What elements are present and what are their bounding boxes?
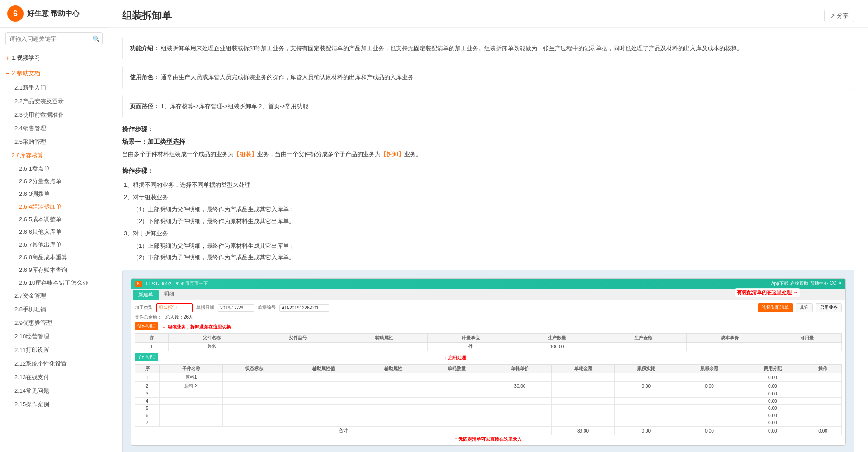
table-cell: 0.00 bbox=[741, 390, 804, 398]
table-cell bbox=[552, 373, 615, 382]
sidebar-item-doc-2-12[interactable]: 2.12系统个性化设置 bbox=[0, 357, 108, 371]
sidebar-item-doc-2-6-1[interactable]: 2.6.1盘点单 bbox=[0, 162, 108, 175]
table-cell bbox=[804, 419, 842, 427]
table-cell: 5 bbox=[135, 405, 160, 412]
mock-no-input[interactable]: AD-20191226-001 bbox=[279, 304, 329, 312]
sidebar-item-doc-2-6-9[interactable]: 2.6.9库存账本查询 bbox=[0, 264, 108, 276]
mock-bottom-section-label: 子件明细 bbox=[135, 353, 158, 361]
table-cell bbox=[552, 405, 615, 412]
mock-date-input[interactable]: 2019-12-26 bbox=[218, 304, 254, 312]
mock-type-input[interactable]: 组装拆卸 bbox=[156, 303, 193, 312]
table-cell bbox=[678, 419, 741, 427]
sidebar-item-videos[interactable]: + 1.视频学习 bbox=[0, 50, 108, 66]
sidebar-item-doc-2-6-6[interactable]: 2.6.6其他入库单 bbox=[0, 226, 108, 238]
table-cell bbox=[552, 382, 615, 390]
search-input[interactable] bbox=[5, 32, 103, 45]
sidebar-item-doc-2-3[interactable]: 2.3使用前数据准备 bbox=[0, 108, 108, 122]
search-icon[interactable]: 🔍 bbox=[92, 35, 100, 43]
table-cell: 0.00 bbox=[741, 412, 804, 419]
mock-action-btn2[interactable]: 启用业务 bbox=[816, 303, 842, 312]
mock-save-btn[interactable]: 选择装配清单 bbox=[758, 303, 793, 312]
table-cell: 100.00 bbox=[514, 343, 600, 351]
sidebar-item-doc-2-15[interactable]: 2.15操作案例 bbox=[0, 398, 108, 411]
table-cell bbox=[362, 398, 425, 405]
table-cell bbox=[222, 398, 286, 405]
mock-action-btn[interactable]: 其它 bbox=[796, 303, 813, 312]
mock-bottom-table-footer: 合计89.000.000.000.000.00 bbox=[135, 427, 842, 435]
table-footer-row: 合计89.000.000.000.000.00 bbox=[135, 427, 842, 435]
sidebar-item-doc-2-6-5[interactable]: 2.6.5成本调整单 bbox=[0, 213, 108, 226]
sidebar-item-doc-2-6-7[interactable]: 2.6.7其他出库单 bbox=[0, 238, 108, 251]
mock-top-table-body: 1关米件100.00 bbox=[135, 343, 842, 351]
table-cell bbox=[552, 412, 615, 419]
screenshot-inner: 6 TEST-H002 ▼ ⊕ 同页面一下 App下載 在線帮助 帮助中心 CC… bbox=[123, 270, 854, 452]
sidebar-item-doc-2-1[interactable]: 2.1新手入门 bbox=[0, 81, 108, 95]
table-cell bbox=[425, 398, 488, 405]
sidebar-item-doc-2-7[interactable]: 2.7资金管理 bbox=[0, 289, 108, 303]
sidebar-item-doc-2-6-4[interactable]: 2.6.4组装拆卸单 bbox=[0, 200, 108, 213]
role-text: 通常由生产人员或库管人员完成拆装业务的操作，库管人员确认原材料的出库和产成品的入… bbox=[161, 74, 414, 81]
sidebar-nav: + 1.视频学习 − 2.帮助文档 2.1新手入门 2.2产品安装及登录 2.3… bbox=[0, 50, 108, 411]
sidebar-item-doc-2-8[interactable]: 2.8手机旺铺 bbox=[0, 303, 108, 316]
table-cell bbox=[804, 405, 842, 412]
table-row: 50.00 bbox=[135, 405, 842, 412]
table-header-cell: 费用分配 bbox=[741, 365, 804, 373]
table-header-cell: 计量单位 bbox=[428, 334, 514, 343]
mock-tab-detail[interactable]: 明细 bbox=[159, 289, 179, 300]
table-header-cell: 累积余额 bbox=[678, 365, 741, 373]
table-cell bbox=[286, 398, 362, 405]
mock-top-section: 父件明细 ← 组装业务、拆卸业务在这里切换 序父件名称父件型号辅助属性计量单位生… bbox=[135, 322, 842, 351]
mock-top-table: 序父件名称父件型号辅助属性计量单位生产数量生产金额成本单价可用量 1关米件100… bbox=[135, 333, 842, 351]
main-content: 组装拆卸单 ↗ 分享 功能介绍： 组装拆卸单用来处理企业组装或拆卸等加工业务，支… bbox=[108, 0, 868, 452]
sidebar-item-doc-2-9[interactable]: 2.9优惠券管理 bbox=[0, 316, 108, 330]
sidebar-item-doc-2-6[interactable]: − 2.6库存核算 bbox=[0, 149, 108, 162]
mock-bottom-section-header: 子件明细 ↑ 启用处理 bbox=[135, 353, 842, 363]
table-cell bbox=[222, 419, 286, 427]
table-header-cell: 辅助属性值 bbox=[286, 365, 362, 373]
table-header-cell: 操作 bbox=[804, 365, 842, 373]
table-cell bbox=[160, 398, 223, 405]
table-cell bbox=[678, 390, 741, 398]
table-cell bbox=[425, 405, 488, 412]
sidebar-item-doc-2-11[interactable]: 2.11打印设置 bbox=[0, 343, 108, 357]
func-intro-label: 功能介绍： bbox=[130, 45, 159, 52]
mock-top-section-label: 父件明细 bbox=[135, 322, 158, 330]
step2: 2、对于组装业务 bbox=[122, 192, 854, 202]
role-block: 使用角色： 通常由生产人员或库管人员完成拆装业务的操作，库管人员确认原材料的出库… bbox=[122, 66, 854, 89]
sidebar-item-doc-2-4[interactable]: 2.4销售管理 bbox=[0, 122, 108, 135]
mock-tab-new[interactable]: 新建单 bbox=[133, 290, 159, 300]
table-cell bbox=[222, 412, 286, 419]
table-header-cell: 生产金额 bbox=[600, 334, 686, 343]
table-cell bbox=[286, 390, 362, 398]
footer-value: 0.00 bbox=[678, 427, 741, 435]
table-cell: 原料 2 bbox=[160, 382, 223, 390]
sidebar-item-doc-2-14[interactable]: 2.14常见问题 bbox=[0, 384, 108, 398]
table-cell bbox=[614, 412, 678, 419]
table-cell bbox=[160, 390, 223, 398]
sidebar-item-doc-2-10[interactable]: 2.10经营管理 bbox=[0, 330, 108, 343]
sidebar-item-doc-2-6-2[interactable]: 2.6.2分量盘点单 bbox=[0, 175, 108, 188]
sidebar-item-docs[interactable]: − 2.帮助文档 bbox=[0, 66, 108, 81]
search-box-container: 🔍 bbox=[0, 28, 108, 50]
sidebar-item-doc-2-2[interactable]: 2.2产品安装及登录 bbox=[0, 95, 108, 108]
table-cell bbox=[488, 398, 552, 405]
table-cell bbox=[804, 398, 842, 405]
table-row: 60.00 bbox=[135, 412, 842, 419]
sidebar-item-doc-2-6-8[interactable]: 2.6.8商品成本重算 bbox=[0, 251, 108, 264]
sidebar-item-doc-2-6-3[interactable]: 2.6.3调拨单 bbox=[0, 188, 108, 200]
sidebar-item-doc-2-6-10[interactable]: 2.6.10库存账本错了怎么办 bbox=[0, 276, 108, 289]
table-cell: 1 bbox=[135, 373, 160, 382]
sidebar-item-doc-2-13[interactable]: 2.13在线支付 bbox=[0, 371, 108, 384]
ops-steps-heading: 操作步骤： bbox=[122, 125, 854, 133]
table-cell bbox=[222, 373, 286, 382]
table-cell: 件 bbox=[428, 343, 514, 351]
func-intro-block: 功能介绍： 组装拆卸单用来处理企业组装或拆卸等加工业务，支持有固定装配清单的产品… bbox=[122, 37, 854, 60]
share-icon: ↗ bbox=[830, 13, 835, 19]
expand-icon-videos: + bbox=[5, 54, 9, 62]
sidebar-item-doc-2-5[interactable]: 2.5采购管理 bbox=[0, 135, 108, 149]
table-row: 40.00 bbox=[135, 398, 842, 405]
share-button[interactable]: ↗ 分享 bbox=[824, 10, 854, 22]
mock-form-row-2: 父件总金额： 总人数：26人 bbox=[135, 314, 842, 320]
table-cell bbox=[804, 390, 842, 398]
main-header: 组装拆卸单 ↗ 分享 bbox=[108, 0, 868, 28]
